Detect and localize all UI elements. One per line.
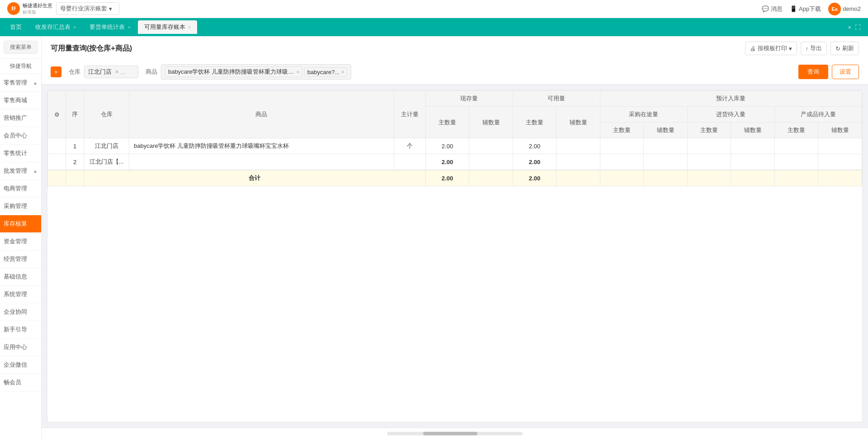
sidebar-item-stats-label: 零售统计 [4,149,27,157]
summary-incoming-main [687,170,731,186]
sidebar-item-enterprise-label: 企业协同 [4,308,27,316]
warehouse-filter-label: 仓库 [69,68,80,76]
stock-main-th: 主数量 [425,107,469,138]
row1-gear [48,138,66,154]
row2-available-main: 2.00 [513,154,557,170]
row2-available-aux [557,154,600,170]
page-title-row: 可用量查询(按仓库+商品) 🖨 按模板打印 ▾ ↑ 导出 ↻ 刷新 [51,42,859,55]
top-bar-right: 💬 消息 📱 App下载 Ea demo2 [762,3,861,15]
sidebar-item-mall-label: 零售商城 [4,96,27,104]
avatar: Ea [828,3,841,15]
sidebar-item-retail-mall[interactable]: 零售商城 [0,92,41,109]
sidebar-item-wholesale[interactable]: 批发管理 ▲ [0,162,41,180]
content-area: 可用量查询(按仓库+商品) 🖨 按模板打印 ▾ ↑ 导出 ↻ 刷新 [42,36,868,439]
more-filters-icon[interactable]: ... [120,69,125,76]
row2-warehouse: 江北门店【... [84,154,129,170]
search-menu-button[interactable]: 搜索菜单 [4,41,38,54]
tab-home[interactable]: 首页 [4,20,28,34]
query-button[interactable]: 查询 [798,65,828,79]
row2-product [129,154,394,170]
app-download-button[interactable]: 📱 App下载 [790,5,821,13]
tab-order-close[interactable]: × [127,24,130,30]
row1-purchase-main [600,138,644,154]
product-filter-label: 商品 [146,68,157,76]
product-tag-2-remove[interactable]: × [341,70,344,75]
print-label: 按模板打印 [758,44,787,52]
sidebar-item-appstore[interactable]: 应用中心 [0,339,41,356]
warehouse-filter-value[interactable]: 江北门店 × ... [84,66,138,78]
logo-icon: 好 [7,2,20,15]
tab-receivable-summary[interactable]: 收发存汇总表 × [29,20,82,34]
stock-th: 现存量 [425,91,513,107]
sidebar-item-enterprise[interactable]: 企业协同 [0,303,41,321]
row1-warehouse: 江北门店 [84,138,129,154]
industry-selector[interactable]: 母婴行业演示账套 ▾ [56,2,119,15]
horizontal-scrollbar[interactable] [387,432,523,435]
page-header: 可用量查询(按仓库+商品) 🖨 按模板打印 ▾ ↑ 导出 ↻ 刷新 [42,36,868,85]
num-th: 序 [66,91,84,138]
summary-purchase-aux [644,170,688,186]
row2-unit [394,154,425,170]
row1-available-aux [557,138,600,154]
row1-stock-aux [469,138,513,154]
tab-available-stock[interactable]: 可用量库存账本 × [138,20,197,34]
sidebar-item-retail-stats[interactable]: 零售统计 [0,145,41,162]
logo-area: 好 畅捷通好生意 标准版 [7,2,52,15]
warehouse-tag-remove[interactable]: × [115,68,119,75]
message-icon: 💬 [762,5,769,12]
product-tag-2-text: babycare?... [307,69,340,76]
message-button[interactable]: 💬 消息 [762,5,783,13]
nav-tabs: 首页 收发存汇总表 × 要货单统计表 × 可用量库存账本 × × ⛶ [0,18,868,36]
summary-available-aux [557,170,600,186]
filter-row: » 仓库 江北门店 × ... 商品 babycare [51,60,859,84]
sidebar-item-ecommerce[interactable]: 电商管理 [0,180,41,198]
sidebar-item-marketing[interactable]: 营销推广 [0,109,41,127]
print-button[interactable]: 🖨 按模板打印 ▾ [745,42,797,55]
top-bar-left: 好 畅捷通好生意 标准版 母婴行业演示账套 ▾ [7,2,119,15]
sidebar-item-marketing-label: 营销推广 [4,114,27,122]
scrollbar-thumb[interactable] [423,432,477,435]
sidebar-item-purchase[interactable]: 采购管理 [0,198,41,215]
sidebar-item-operations[interactable]: 经营管理 [0,250,41,268]
purchase-main-th: 主数量 [600,123,644,138]
tab-receivable-close[interactable]: × [73,24,76,30]
forecast-th: 预计入库量 [600,91,862,107]
sidebar-item-vip[interactable]: 畅会员 [0,374,41,392]
sidebar-item-system[interactable]: 系统管理 [0,286,41,303]
chevron-down-icon: ▾ [109,5,112,12]
purchase-transit-th: 采购在途量 [600,107,687,123]
tab-order-stats[interactable]: 要货单统计表 × [83,20,137,34]
sidebar-item-finance[interactable]: 资金管理 [0,233,41,250]
gear-icon: ⚙ [54,111,60,118]
summary-available-main: 2.00 [513,170,557,186]
row2-production-main [774,154,818,170]
sidebar-item-member-label: 会员中心 [4,132,27,140]
close-tab-icon[interactable]: × [848,24,851,31]
row1-production-main [774,138,818,154]
app-download-label: App下载 [799,5,821,13]
filter-expand-button[interactable]: » [51,66,61,77]
refresh-button[interactable]: ↻ 刷新 [830,42,859,55]
sidebar-item-wechat[interactable]: 企业微信 [0,356,41,374]
tab-available-close[interactable]: × [188,24,191,30]
fullscreen-icon[interactable]: ⛶ [855,24,861,31]
production-th: 产成品待入量 [774,107,862,123]
export-button[interactable]: ↑ 导出 [801,42,827,55]
row1-num: 1 [66,138,84,154]
sidebar-item-newbie[interactable]: 新手引导 [0,321,41,339]
summary-row: 合计 2.00 2.00 [48,170,862,186]
product-tag-1: babycare学饮杯 儿童防摔防撞吸管杯重力球吸嘴杯宝宝水杯 × [165,66,302,77]
gear-th[interactable]: ⚙ [48,91,66,138]
sidebar-item-inventory[interactable]: 库存核算 [0,215,41,233]
user-area[interactable]: Ea demo2 [828,3,861,15]
setting-button[interactable]: 设置 [832,65,859,79]
sidebar-menu: 零售管理 ▲ 零售商城 营销推广 会员中心 零售统计 批发管理 ▲ 电商管理 [0,74,41,392]
sidebar-item-finance-label: 资金管理 [4,237,27,245]
sidebar-item-inventory-label: 库存核算 [4,220,27,228]
sidebar-item-basic-info[interactable]: 基础信息 [0,268,41,286]
sidebar-item-member[interactable]: 会员中心 [0,127,41,145]
product-filter-value[interactable]: babycare学饮杯 儿童防摔防撞吸管杯重力球吸嘴杯宝宝水杯 × babyca… [161,64,351,80]
product-tag-1-remove[interactable]: × [297,70,299,75]
sidebar-item-retail-management[interactable]: 零售管理 ▲ [0,74,41,92]
quick-nav-button[interactable]: 快捷导航 [0,59,41,74]
